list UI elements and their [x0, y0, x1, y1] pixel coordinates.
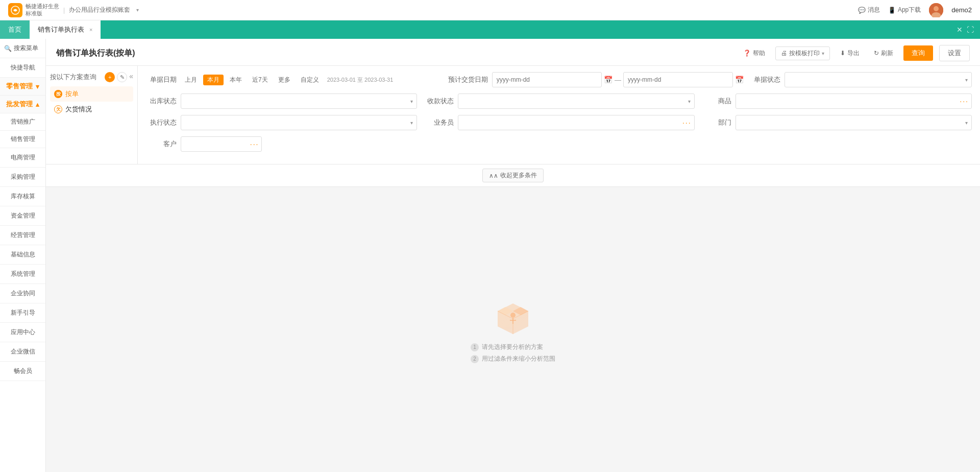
date-quick-btns: 上月 本月 本年 近7天 更多 自定义: [181, 75, 323, 85]
sidebar-item-retail[interactable]: 零售管理 ▾: [0, 78, 45, 96]
scheme-label-active: 按单: [65, 89, 79, 99]
collapse-label: 收起更多条件: [500, 171, 537, 180]
expand-icon[interactable]: ⛶: [967, 26, 974, 34]
expected-delivery-date-group: 📅 — 📅: [492, 72, 744, 87]
sidebar-item-purchase[interactable]: 采购管理: [0, 168, 45, 187]
filter-item-expected-delivery: 预计交货日期 📅 — 📅: [448, 72, 744, 87]
warehouse-status-control: ▾: [181, 93, 417, 109]
goods-picker-icon[interactable]: ···: [960, 97, 969, 105]
tab-spacer: [101, 20, 950, 39]
exec-status-select[interactable]: [181, 115, 417, 130]
goods-label: 商品: [701, 97, 731, 106]
print-icon: 🖨: [781, 50, 787, 57]
filter-item-status: 单据状态 ▾: [750, 72, 972, 87]
status-control: ▾: [785, 72, 972, 87]
filter-left: 按以下方案查询 + ✎ « 按 按单 欠 欠货情况: [46, 66, 138, 164]
sidebar-item-finance[interactable]: 资金管理: [0, 206, 45, 226]
filter-item-date: 单据日期 上月 本月 本年 近7天 更多 自定义 20: [146, 75, 442, 85]
edit-scheme-button[interactable]: ✎: [117, 72, 127, 82]
sidebar-item-sales[interactable]: 销售管理: [0, 131, 45, 148]
close-window-icon[interactable]: ✕: [957, 26, 963, 34]
sidebar-item-wechat[interactable]: 企业微信: [0, 342, 45, 362]
tab-home[interactable]: 首页: [0, 20, 30, 39]
sidebar-item-ecommerce[interactable]: 电商管理: [0, 148, 45, 168]
scheme-item-single[interactable]: 按 按单: [50, 86, 133, 102]
sidebar-item-operation[interactable]: 经营管理: [0, 226, 45, 245]
dept-select[interactable]: [736, 115, 972, 130]
message-button[interactable]: 💬 消息: [858, 6, 880, 14]
collapse-scheme-button[interactable]: «: [129, 72, 133, 82]
date-custom[interactable]: 自定义: [297, 75, 323, 85]
status-label: 单据状态: [750, 75, 780, 84]
help-icon: ❓: [743, 50, 751, 57]
print-label: 按模板打印: [789, 49, 820, 58]
settings-button[interactable]: 设置: [939, 45, 970, 61]
date-separator: —: [615, 76, 621, 84]
active-tab-label: 销售订单执行表: [38, 25, 84, 34]
payment-status-label: 收款状态: [423, 97, 454, 106]
wholesale-label: 批发管理: [6, 100, 33, 109]
salesperson-picker-icon[interactable]: ···: [682, 119, 692, 127]
page-actions: ❓ 帮助 🖨 按模板打印 ▾ ⬇ 导出 ↻ 刷新 查询 设置: [739, 45, 970, 61]
message-icon: 💬: [858, 7, 866, 14]
salesperson-label: 业务员: [423, 118, 454, 127]
date-this-year[interactable]: 本年: [226, 75, 246, 85]
user-name[interactable]: demo2: [951, 6, 972, 14]
empty-illustration: [493, 296, 533, 337]
scheme-title: 按以下方案查询: [50, 73, 96, 82]
date-prev-month[interactable]: 上月: [181, 75, 201, 85]
export-button[interactable]: ⬇ 导出: [836, 47, 864, 60]
calendar-end-icon[interactable]: 📅: [735, 76, 744, 84]
date-this-month[interactable]: 本月: [203, 75, 224, 85]
help-button[interactable]: ❓ 帮助: [739, 47, 769, 60]
warehouse-status-select[interactable]: [181, 93, 417, 109]
date-more[interactable]: 更多: [274, 75, 295, 85]
goods-control: ···: [736, 93, 972, 109]
tab-close-icon[interactable]: ×: [89, 27, 92, 33]
sidebar-item-app-center[interactable]: 应用中心: [0, 323, 45, 342]
header-right: 💬 消息 📱 App下载 demo2: [858, 3, 972, 17]
print-dropdown-icon: ▾: [822, 51, 824, 56]
sidebar-item-marketing[interactable]: 营销推广: [0, 113, 45, 131]
sidebar-item-guide[interactable]: 新手引导: [0, 303, 45, 323]
collapse-more-button[interactable]: ∧∧ 收起更多条件: [482, 169, 544, 182]
tab-sales-order[interactable]: 销售订单执行表 ×: [30, 20, 101, 39]
filter-item-goods: 商品 ···: [701, 93, 972, 109]
exec-status-control: ▾: [181, 115, 417, 130]
header-left: 畅捷通好生意 标准版 | 办公用品行业模拟账套 ▾: [8, 3, 139, 17]
sidebar-item-system[interactable]: 系统管理: [0, 265, 45, 284]
print-button[interactable]: 🖨 按模板打印 ▾: [775, 46, 830, 60]
customer-picker-icon[interactable]: ···: [250, 140, 259, 148]
add-scheme-button[interactable]: +: [105, 72, 115, 82]
query-button[interactable]: 查询: [903, 45, 933, 61]
scheme-label-outline: 欠货情况: [65, 105, 92, 114]
filter-item-warehouse: 出库状态 ▾: [146, 93, 417, 109]
sidebar-item-basic-info[interactable]: 基础信息: [0, 245, 45, 265]
logo-text: 畅捷通好生意 标准版: [26, 3, 59, 16]
breadcrumb-dropdown-icon[interactable]: ▾: [136, 7, 139, 13]
sidebar-item-quick-nav[interactable]: 快捷导航: [0, 58, 45, 78]
goods-input[interactable]: [736, 93, 972, 109]
export-icon: ⬇: [840, 50, 845, 57]
calendar-start-icon[interactable]: 📅: [604, 76, 612, 84]
sidebar: 🔍 搜索菜单 快捷导航 零售管理 ▾ 批发管理 ▴ 营销推广 销售管理 电商管理…: [0, 39, 46, 472]
sidebar-item-member[interactable]: 畅会员: [0, 362, 45, 381]
refresh-button[interactable]: ↻ 刷新: [870, 47, 897, 60]
sidebar-item-wholesale[interactable]: 批发管理 ▴: [0, 96, 45, 113]
avatar: [929, 3, 943, 17]
filter-item-salesperson: 业务员 ···: [423, 115, 694, 130]
scheme-item-shortage[interactable]: 欠 欠货情况: [50, 102, 133, 117]
sidebar-item-inventory[interactable]: 库存核算: [0, 187, 45, 206]
download-icon: 📱: [888, 7, 896, 14]
sidebar-search[interactable]: 🔍 搜索菜单: [0, 39, 45, 58]
date-7days[interactable]: 近7天: [248, 75, 272, 85]
salesperson-input[interactable]: [458, 115, 694, 130]
payment-status-select[interactable]: [458, 93, 694, 109]
page-header: 销售订单执行表(按单) ❓ 帮助 🖨 按模板打印 ▾ ⬇ 导出 ↻ 刷新: [46, 39, 980, 66]
expected-delivery-start[interactable]: [492, 72, 602, 87]
sidebar-item-enterprise[interactable]: 企业协同: [0, 284, 45, 303]
status-select[interactable]: [785, 72, 972, 87]
expected-delivery-end[interactable]: [623, 72, 733, 87]
refresh-label: 刷新: [881, 49, 893, 58]
app-download-button[interactable]: 📱 App下载: [888, 6, 921, 14]
